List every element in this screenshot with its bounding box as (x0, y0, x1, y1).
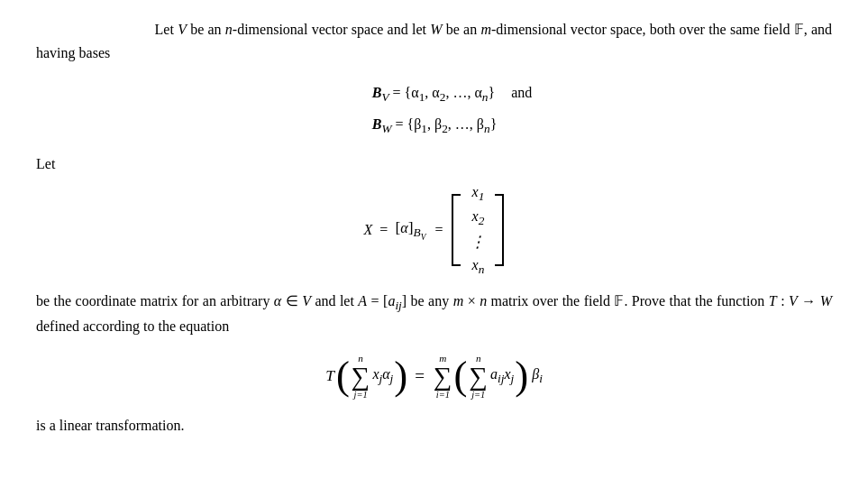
bases-block: BV = {α1, α2, …, αn} and BW = {β1, β2, …… (36, 78, 832, 142)
sum2-block: m ∑ i=1 (434, 353, 452, 400)
bases-rows: BV = {α1, α2, …, αn} and BW = {β1, β2, …… (372, 78, 533, 142)
sum1-bot: j=1 (354, 390, 368, 400)
sum1-sigma: ∑ (352, 364, 370, 390)
entry-x1: x1 (472, 181, 485, 206)
let-word: Let (36, 156, 832, 172)
equals2: = (434, 222, 443, 238)
entry-vdots: ⋮ (470, 230, 486, 253)
base-bv-line: BV = {α1, α2, …, αn} and (372, 78, 533, 110)
equals1: = (379, 222, 388, 238)
sum2-sigma: ∑ (434, 364, 452, 390)
main-equals: = (415, 366, 425, 386)
last-line-text: is a linear transformation. (36, 418, 184, 433)
vector-entries: x1 x2 ⋮ xn (470, 181, 486, 279)
left-bracket (452, 194, 461, 266)
bv-label: BV = {α1, α2, …, αn} (372, 78, 495, 110)
sum3-bot: j=1 (471, 390, 485, 400)
main-formula: T ( n ∑ j=1 xjαj ) = m ∑ i=1 ( n ∑ j=1 a… (36, 353, 832, 400)
coord-paragraph: be the coordinate matrix for an arbitrar… (36, 290, 832, 338)
entry-x2: x2 (472, 206, 485, 230)
sum3-block: n ∑ j=1 (470, 353, 489, 400)
matrix-equation: X = [α]BV = x1 x2 ⋮ xn (36, 181, 832, 279)
var-W: W (430, 22, 442, 37)
var-m: m (480, 22, 491, 37)
page: Let V be an n-dimensional vector space a… (36, 18, 832, 437)
right-bracket (495, 194, 504, 266)
alpha-bracket: [α]BV (395, 218, 425, 242)
field-F: 𝔽 (794, 22, 804, 37)
aij-bracket: [aij] (383, 293, 411, 309)
sum2-bot: i=1 (436, 390, 450, 400)
beta-i: βi (532, 366, 543, 386)
base-bw-line: BW = {β1, β2, …, βn} (372, 110, 498, 142)
sum1-xj: xjαj (372, 366, 393, 386)
inner-left-paren: ( (454, 355, 468, 396)
var-V: V (178, 22, 187, 37)
last-line: is a linear transformation. (36, 414, 832, 438)
column-vector: x1 x2 ⋮ xn (452, 181, 504, 279)
X-symbol: X (364, 222, 373, 238)
intro-paragraph: Let V be an n-dimensional vector space a… (36, 18, 832, 64)
and-word: and (511, 78, 532, 107)
inner-right-paren: ) (515, 355, 528, 396)
bw-label: BW = {β1, β2, …, βn} (372, 110, 498, 142)
outer-right-paren: ) (394, 355, 407, 396)
var-n: n (225, 22, 233, 37)
sum3-body: aijxj (490, 366, 514, 386)
T-symbol: T (325, 366, 334, 385)
sum1-block: n ∑ j=1 (352, 353, 370, 400)
outer-left-paren: ( (336, 355, 350, 396)
entry-xn: xn (472, 254, 485, 279)
sum3-sigma: ∑ (470, 364, 489, 390)
